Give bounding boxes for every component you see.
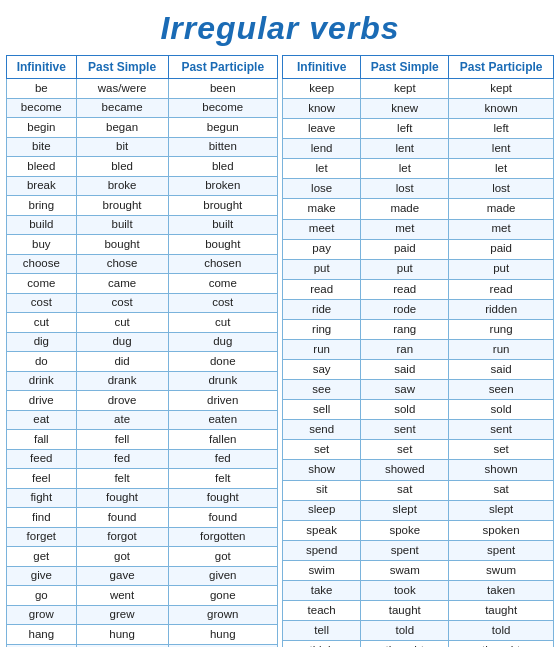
table-row: sendsentsent (283, 420, 554, 440)
table-cell: swum (449, 560, 554, 580)
table-cell: became (76, 98, 168, 118)
table-cell: swim (283, 560, 361, 580)
table-cell: hung (168, 625, 277, 645)
column-header: Infinitive (283, 56, 361, 79)
table-cell: ridden (449, 299, 554, 319)
table-row: beginbeganbegun (7, 118, 278, 138)
column-header: Past Simple (361, 56, 449, 79)
table-cell: lent (449, 139, 554, 159)
table-row: loselostlost (283, 179, 554, 199)
table-cell: chosen (168, 254, 277, 274)
table-cell: drive (7, 391, 77, 411)
table-row: fallfellfallen (7, 430, 278, 450)
table-row: sellsoldsold (283, 400, 554, 420)
table-cell: did (76, 352, 168, 372)
table-row: showshowedshown (283, 460, 554, 480)
table-row: keepkeptkept (283, 79, 554, 99)
table-row: breakbrokebroken (7, 176, 278, 196)
table-cell: rang (361, 319, 449, 339)
table-cell: cost (76, 293, 168, 313)
left-table: InfinitivePast SimplePast Participle bew… (6, 55, 278, 647)
table-cell: broken (168, 176, 277, 196)
table-cell: spent (361, 540, 449, 560)
table-row: bringbroughtbrought (7, 196, 278, 216)
table-cell: began (76, 118, 168, 138)
table-cell: done (168, 352, 277, 372)
table-cell: bitten (168, 137, 277, 157)
table-cell: take (283, 580, 361, 600)
table-cell: spoke (361, 520, 449, 540)
table-row: bitebitbitten (7, 137, 278, 157)
table-cell: spent (449, 540, 554, 560)
table-cell: gone (168, 586, 277, 606)
table-cell: hung (76, 625, 168, 645)
table-cell: cut (168, 313, 277, 333)
table-cell: shown (449, 460, 554, 480)
table-cell: paid (361, 239, 449, 259)
table-cell: eat (7, 410, 77, 430)
table-row: gowentgone (7, 586, 278, 606)
table-cell: paid (449, 239, 554, 259)
table-cell: bled (168, 157, 277, 177)
table-cell: dug (168, 332, 277, 352)
table-row: givegavegiven (7, 566, 278, 586)
table-cell: made (361, 199, 449, 219)
table-row: runranrun (283, 340, 554, 360)
table-row: spendspentspent (283, 540, 554, 560)
table-cell: fed (76, 449, 168, 469)
table-cell: lose (283, 179, 361, 199)
table-row: letletlet (283, 159, 554, 179)
table-cell: bled (76, 157, 168, 177)
table-cell: met (361, 219, 449, 239)
table-cell: run (449, 340, 554, 360)
table-cell: left (449, 119, 554, 139)
table-row: seesawseen (283, 380, 554, 400)
table-cell: say (283, 360, 361, 380)
table-cell: known (449, 99, 554, 119)
table-row: hanghunghung (7, 625, 278, 645)
table-cell: sent (361, 420, 449, 440)
table-cell: drink (7, 371, 77, 391)
table-cell: put (449, 259, 554, 279)
table-cell: taught (361, 601, 449, 621)
table-cell: teach (283, 601, 361, 621)
table-cell: built (76, 215, 168, 235)
table-row: digdugdug (7, 332, 278, 352)
table-cell: spoken (449, 520, 554, 540)
table-cell: begin (7, 118, 77, 138)
table-cell: rode (361, 299, 449, 319)
table-cell: bite (7, 137, 77, 157)
table-cell: chose (76, 254, 168, 274)
table-cell: been (168, 79, 277, 99)
table-cell: gave (76, 566, 168, 586)
table-row: fightfoughtfought (7, 488, 278, 508)
table-cell: saw (361, 380, 449, 400)
table-cell: feel (7, 469, 77, 489)
table-cell: left (361, 119, 449, 139)
table-cell: do (7, 352, 77, 372)
table-cell: buy (7, 235, 77, 255)
table-cell: choose (7, 254, 77, 274)
tables-wrapper: InfinitivePast SimplePast Participle bew… (0, 55, 560, 647)
table-cell: rung (449, 319, 554, 339)
table-cell: give (7, 566, 77, 586)
table-cell: go (7, 586, 77, 606)
table-cell: took (361, 580, 449, 600)
column-header: Past Participle (449, 56, 554, 79)
table-cell: swam (361, 560, 449, 580)
table-cell: driven (168, 391, 277, 411)
column-header: Past Simple (76, 56, 168, 79)
table-cell: taken (449, 580, 554, 600)
table-cell: show (283, 460, 361, 480)
table-row: thinkthoughtthought (283, 641, 554, 647)
table-cell: ride (283, 299, 361, 319)
table-row: rideroderidden (283, 299, 554, 319)
table-row: becomebecamebecome (7, 98, 278, 118)
table-cell: build (7, 215, 77, 235)
table-cell: sent (449, 420, 554, 440)
table-row: paypaidpaid (283, 239, 554, 259)
table-row: getgotgot (7, 547, 278, 567)
table-row: dodiddone (7, 352, 278, 372)
table-cell: dug (76, 332, 168, 352)
table-cell: came (76, 274, 168, 294)
